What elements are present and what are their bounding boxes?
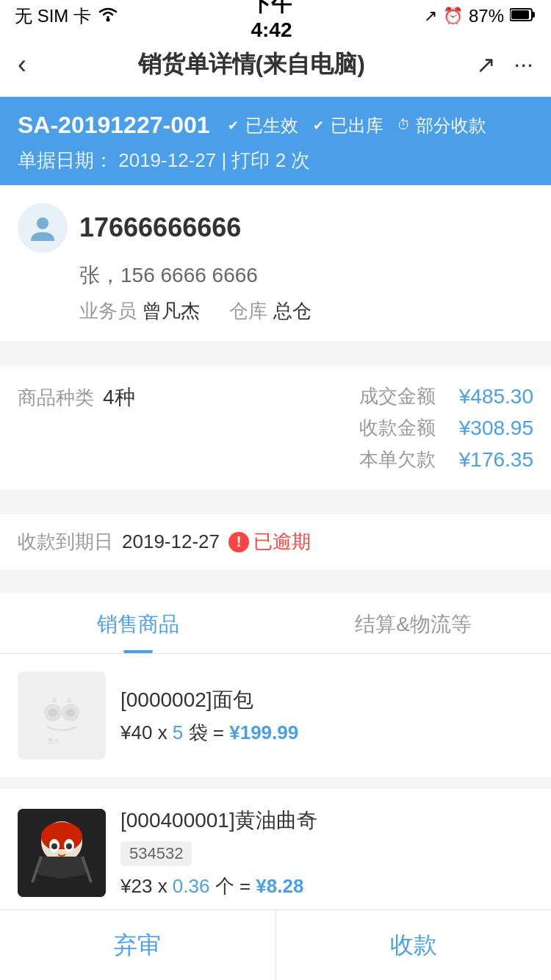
product-name-1: [0000002]面包: [120, 686, 533, 714]
unit-1: 袋: [189, 721, 208, 743]
nav-actions: ↗ ···: [476, 51, 533, 79]
print-label: 打印: [231, 149, 270, 171]
overdue-badge: ! 已逾期: [228, 529, 311, 555]
wifi-icon: [97, 6, 119, 26]
summary-left: 商品种类 4种: [18, 383, 135, 411]
product-info-2: [000400001]黄油曲奇 534532 ¥23 x 0.36 个 = ¥8…: [120, 807, 533, 899]
sku-tag-2: 534532: [120, 841, 192, 866]
customer-row1: 17666666666: [18, 203, 533, 253]
divider-1: [0, 342, 551, 354]
customer-meta: 业务员 曾凡杰 仓库 总仓: [18, 298, 533, 324]
sales-value: 曾凡杰: [143, 298, 200, 324]
debt-value: ¥176.35: [459, 448, 533, 472]
due-date-value: 2019-12-27: [122, 530, 220, 553]
svg-point-8: [66, 708, 75, 717]
badge-shipped-label: 已出库: [331, 114, 383, 137]
debt-label: 本单欠款: [359, 447, 436, 472]
equal-sign-1: =: [213, 721, 229, 743]
badge-effective: ✔ 已生效: [225, 114, 298, 137]
received-amount-label: 收款金额: [359, 415, 436, 441]
payment-button[interactable]: 收款: [276, 910, 552, 980]
check-icon-2: ✔: [310, 117, 328, 134]
equal-sign-2: =: [240, 875, 256, 897]
clock-icon: ⏱: [395, 117, 413, 134]
quantity-1: 5: [173, 721, 183, 743]
sales-person-item: 业务员 曾凡杰: [79, 298, 200, 324]
badge-partial-label: 部分收款: [416, 114, 486, 137]
back-button[interactable]: ‹: [18, 49, 26, 80]
deal-amount-label: 成交金额: [359, 383, 436, 409]
table-row: 鱼+ [0000002]面包 ¥40 x 5 袋 = ¥199.99: [0, 654, 551, 777]
product-thumb-2: [18, 809, 106, 897]
divider-3: [0, 569, 551, 581]
tabs-section: 销售商品 结算&物流等: [0, 593, 551, 654]
svg-point-7: [48, 708, 57, 717]
status-bar-left: 无 SIM 卡: [15, 4, 119, 28]
svg-point-16: [66, 843, 72, 849]
status-bar-right: ↗ ⏰ 87%: [424, 6, 536, 26]
separator: |: [221, 149, 231, 171]
battery-icon: [510, 6, 536, 26]
table-row: [000400001]黄油曲奇 534532 ¥23 x 0.36 个 = ¥8…: [0, 789, 551, 917]
order-date: 2019-12-27: [118, 149, 216, 171]
deal-amount-value: ¥485.30: [459, 385, 533, 408]
category-count: 4种: [103, 383, 135, 411]
svg-rect-3: [511, 10, 529, 19]
date-label: 单据日期：: [18, 149, 113, 171]
tabs-bar: 销售商品 结算&物流等: [0, 593, 551, 654]
warehouse-item: 仓库 总仓: [229, 298, 311, 324]
divider-2: [0, 491, 551, 502]
banner-row2: 单据日期： 2019-12-27 | 打印 2 次: [18, 148, 533, 173]
nav-bar: ‹ 销货单详情(来自电脑) ↗ ···: [0, 32, 551, 97]
tab-settlement[interactable]: 结算&物流等: [276, 593, 551, 653]
avatar: [18, 203, 68, 253]
due-label: 收款到期日: [18, 529, 113, 555]
customer-id: 17666666666: [79, 212, 241, 243]
banner-row1: SA-20191227-001 ✔ 已生效 ✔ 已出库 ⏱ 部分收款: [18, 112, 533, 139]
unit-2: 个: [215, 875, 234, 897]
svg-point-12: [41, 822, 82, 851]
bottom-bar: 弃审 收款: [0, 909, 551, 980]
debt-amount-row: 本单欠款 ¥176.35: [359, 447, 533, 472]
product-name-2: [000400001]黄油曲奇: [120, 807, 533, 835]
carrier-text: 无 SIM 卡: [15, 4, 91, 28]
multiply-sign-2: x: [158, 875, 173, 897]
category-label: 商品种类: [18, 385, 94, 411]
svg-point-0: [107, 18, 110, 22]
unit-price-2: ¥23: [120, 875, 152, 897]
alarm-icon: ⏰: [443, 7, 463, 26]
summary-right: 成交金额 ¥485.30 收款金额 ¥308.95 本单欠款 ¥176.35: [359, 383, 533, 472]
svg-point-15: [51, 843, 57, 849]
due-section: 收款到期日 2019-12-27 ! 已逾期: [0, 514, 551, 569]
summary-row: 商品种类 4种 成交金额 ¥485.30 收款金额 ¥308.95 本单欠款 ¥…: [18, 383, 533, 472]
product-list: 鱼+ [0000002]面包 ¥40 x 5 袋 = ¥199.99: [0, 654, 551, 917]
svg-point-4: [37, 217, 48, 229]
battery-text: 87%: [469, 6, 504, 26]
total-2: ¥8.28: [256, 875, 303, 897]
print-count: 2: [276, 149, 286, 171]
badge-partial-payment: ⏱ 部分收款: [395, 114, 486, 137]
sales-label: 业务员: [79, 298, 137, 324]
more-icon[interactable]: ···: [514, 51, 533, 78]
unit-price-1: ¥40: [120, 721, 152, 743]
share-icon[interactable]: ↗: [476, 51, 496, 79]
total-1: ¥199.99: [229, 721, 298, 743]
location-icon: ↗: [424, 7, 437, 26]
warehouse-label: 仓库: [229, 298, 267, 324]
cancel-audit-button[interactable]: 弃审: [0, 910, 276, 980]
warehouse-value: 总仓: [273, 298, 311, 324]
deal-amount-row: 成交金额 ¥485.30: [359, 383, 533, 409]
status-bar: 无 SIM 卡 下午4:42 ↗ ⏰ 87%: [0, 0, 551, 32]
product-price-1: ¥40 x 5 袋 = ¥199.99: [120, 720, 533, 746]
tab-settlement-label: 结算&物流等: [355, 613, 472, 635]
badge-shipped: ✔ 已出库: [310, 114, 383, 137]
order-id: SA-20191227-001: [18, 112, 210, 139]
received-amount-row: 收款金额 ¥308.95: [359, 415, 533, 441]
tab-sales-products[interactable]: 销售商品: [0, 593, 276, 653]
status-time: 下午4:42: [251, 0, 292, 42]
overdue-icon: !: [228, 532, 249, 552]
banner-badges: ✔ 已生效 ✔ 已出库 ⏱ 部分收款: [225, 114, 486, 137]
print-unit: 次: [291, 149, 310, 171]
page-title: 销货单详情(来自电脑): [138, 48, 365, 81]
product-thumb-1: 鱼+: [18, 671, 106, 760]
